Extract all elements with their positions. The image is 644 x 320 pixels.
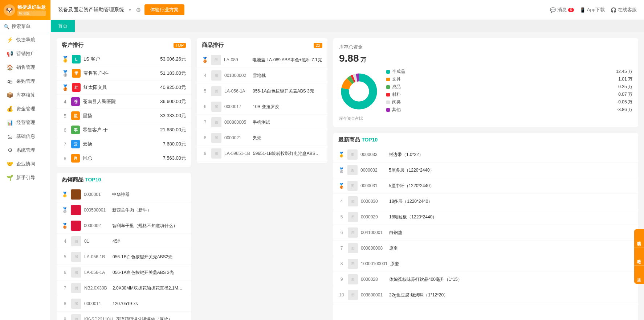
new-products-panel: 最新商品 TOP10 🥇 图 0000033 封边带（1.0*22） 🥈 图 0… [333, 133, 638, 320]
customer-name: 肖总 [83, 155, 160, 161]
customer-rank-item: 6 零 零售客户-于 21,680.00元 [57, 123, 191, 137]
product-thumbnail: 图 [348, 212, 358, 222]
gear-icon[interactable]: ⚙ [136, 7, 141, 13]
rank-number: 8 [62, 301, 68, 306]
sidebar-item-operation[interactable]: 📊 经营管理 [0, 116, 50, 130]
left-panel: 客户排行 TOP 🥇 L LS 客户 53,006.26元 🥈 零 零售客户-许… [57, 38, 191, 320]
medal-gold-icon: 🥇 [62, 192, 68, 197]
legend-label: 成品 [392, 84, 616, 90]
logo-icon: 🐶 [4, 4, 15, 16]
rank-number: 9 [338, 277, 345, 282]
customer-ranking-panel: 客户排行 TOP 🥇 L LS 客户 53,006.26元 🥈 零 零售客户-许… [57, 38, 191, 167]
legend-item: 半成品 12.45 万 [386, 69, 632, 75]
new-products-title: 最新商品 [338, 136, 360, 143]
experience-btn[interactable]: 体验行业方案 [144, 4, 184, 15]
product-code: NB2.0X30B [84, 286, 110, 291]
sidebar-item-new-guide[interactable]: 🌱 新手引导 [0, 171, 50, 185]
system-title: 装备及固定资产辅助管理系统 [58, 7, 124, 13]
product-name: 白钢垫 [389, 230, 633, 236]
rank-number: 5 [202, 89, 208, 94]
legend-value: 12.45 万 [616, 69, 632, 75]
customer-ranking-header: 客户排行 TOP [57, 38, 191, 51]
new-products-header: 最新商品 TOP10 [333, 133, 638, 145]
customer-name: LS 客户 [83, 56, 157, 62]
new-products-list: 🥇 图 0000033 封边带（1.0*22） 🥈 图 0000032 5厘多层… [333, 145, 638, 304]
customer-name: 零售客户-许 [83, 70, 157, 77]
search-menu[interactable]: 🔍 搜索菜单 [0, 20, 50, 33]
customer-name: 零售客户-于 [83, 127, 157, 133]
legend-dot [386, 70, 390, 74]
product-name: 45# [113, 239, 186, 244]
rank-number: 8 [202, 135, 208, 140]
sidebar-item-marketing[interactable]: 📢 营销推广 [0, 47, 50, 61]
online-service-item[interactable]: 🎧 在线客服 [611, 7, 637, 13]
sidebar-item-sales[interactable]: 🏠 销售管理 [0, 61, 50, 74]
product-code: 001000002 [224, 73, 250, 78]
product-code: LA-59651-1B [224, 151, 250, 156]
inventory-legend: 半成品 12.45 万 文具 1.01 万 成品 0.25 万 材料 0.07 … [386, 69, 632, 114]
tab-home[interactable]: 首页 [51, 20, 75, 32]
sidebar-item-base-info[interactable]: 🗂 基础信息 [0, 130, 50, 143]
rank-number: 5 [62, 254, 68, 259]
rank-number: 6 [62, 270, 68, 275]
hot-products-title: 热销商品 [62, 176, 85, 182]
sales-icon: 🏠 [6, 64, 13, 71]
product-rank-item: 8 图 0000021 夹壳 [197, 130, 327, 146]
product-code: 0000033 [360, 152, 386, 157]
sidebar-item-quick-nav[interactable]: ⚡ 快捷导航 [0, 33, 50, 47]
middle-panel: 商品排行 22 🥉 图 LA-089 电池盖 LA-089 ABS本色+黑种 7… [197, 38, 327, 320]
medal-silver-icon: 🥈 [62, 207, 68, 213]
message-label: 消息 [557, 7, 567, 13]
customer-avatar: L [72, 55, 81, 63]
product-code: 0000030 [361, 199, 386, 204]
product-thumbnail: 图 [71, 267, 81, 278]
legend-dot [386, 100, 390, 104]
sidebar-item-finance[interactable]: 💰 资金管理 [0, 102, 50, 116]
product-name: 5厘多层（1220*2440） [389, 167, 633, 173]
svg-point-6 [349, 82, 369, 102]
legend-value: 0.07 万 [618, 91, 632, 98]
new-product-item: 4 图 0000030 18多层（1220*2440） [333, 194, 638, 209]
search-icon: 🔍 [4, 24, 9, 29]
purchase-icon: 🛍 [6, 78, 13, 85]
sidebar-item-inventory[interactable]: 📦 库存核算 [0, 88, 50, 102]
product-thumbnail: 图 [211, 117, 221, 127]
sidebar-item-sys-mgmt[interactable]: ⚙ 系统管理 [0, 143, 50, 157]
sidebar-item-purchase[interactable]: 🛍 采购管理 [0, 74, 50, 88]
product-thumbnail: 图 [71, 299, 81, 309]
product-rank-list: 🥉 图 LA-089 电池盖 LA-089 ABS本色+黑种 7.1克 4 图 … [197, 51, 327, 163]
service-community[interactable]: 服务社区 [634, 247, 644, 266]
sidebar-item-corp-collab[interactable]: 🤝 企业协同 [0, 157, 50, 171]
product-name: 59651-1B旋转投影灯电池盒ABS黑色+58壳 [253, 151, 322, 157]
product-thumbnail: 图 [211, 102, 221, 112]
product-thumbnail: 图 [348, 259, 358, 269]
product-code: 0000032 [360, 168, 386, 173]
message-item[interactable]: 💬 消息 6 [550, 7, 574, 13]
dropdown-icon[interactable]: ▼ [128, 7, 132, 12]
sidebar-item-label: 经营管理 [16, 119, 35, 126]
header-right: 💬 消息 6 📱 App下载 🎧 在线客服 [550, 7, 637, 13]
sidebar-item-label: 库存核算 [16, 92, 35, 98]
product-code: 10000100001 [361, 261, 387, 266]
direct-broadcast[interactable]: 直播 [634, 266, 644, 284]
product-code: 000800008 [361, 246, 386, 251]
new-product-item: 6 图 004100001 白钢垫 [333, 225, 638, 241]
new-product-item: 5 图 0000029 18颗粒板（1220*2440） [333, 209, 638, 225]
rank-number: 4 [62, 99, 68, 104]
sidebar-item-label: 营销推广 [16, 50, 35, 57]
product-name: 056-1A白色按键开关盖ABS 3壳 [113, 270, 186, 276]
customer-service-hotline[interactable]: 客服热线 [634, 229, 644, 247]
app-download-item[interactable]: 📱 App下载 [580, 7, 605, 13]
product-name: 夹壳 [253, 135, 322, 141]
rank-number: 7 [62, 286, 68, 291]
customer-ranking-title: 客户排行 [62, 42, 83, 49]
service-icon: 🎧 [611, 7, 616, 13]
hot-product-item: 4 图 01 45# [57, 234, 191, 249]
medal-bronze-icon: 🥉 [62, 84, 69, 91]
legend-item: 材料 0.07 万 [386, 91, 632, 98]
message-badge: 6 [568, 8, 574, 12]
product-name: 原奎 [390, 261, 633, 267]
rank-number: 10 [338, 292, 345, 298]
medal-silver-icon: 🥈 [62, 70, 69, 77]
product-thumbnail: 图 [348, 227, 358, 238]
